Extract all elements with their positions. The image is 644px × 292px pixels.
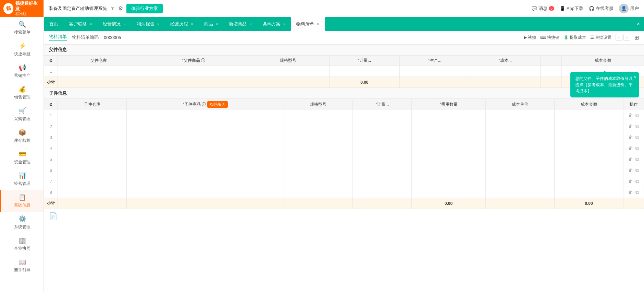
breadcrumb-bom[interactable]: 物料清单 (49, 34, 67, 41)
child-cell-unit-cost-7[interactable] (485, 176, 554, 187)
delete-btn-4[interactable]: 🗑 (628, 145, 634, 152)
child-cell-qty-3[interactable] (412, 132, 486, 143)
global-close-btn[interactable]: × (633, 21, 644, 27)
system-dropdown-arrow[interactable]: ▼ (110, 6, 115, 11)
child-cell-warehouse-7[interactable] (58, 176, 127, 187)
child-cell-warehouse-4[interactable] (58, 143, 127, 154)
cost-link[interactable]: 💲 提取成本 (564, 35, 586, 40)
scan-input-btn[interactable]: 扫码录入 (207, 101, 228, 108)
tab-barcode[interactable]: 条码方案 × (257, 17, 291, 31)
child-cell-unit-cost-4[interactable] (485, 143, 554, 154)
tab-history-close[interactable]: × (191, 22, 193, 26)
child-cell-unit-cost-3[interactable] (485, 132, 554, 143)
doc-settings-link[interactable]: ☰ 单据设置 (590, 35, 611, 40)
tab-profit[interactable]: 利润报告 × (131, 17, 165, 31)
child-cell-unit-5[interactable] (353, 154, 412, 165)
child-cell-unit-7[interactable] (353, 176, 412, 187)
child-cell-unit-3[interactable] (353, 132, 412, 143)
child-cell-spec-5[interactable] (284, 154, 352, 165)
child-cell-unit-cost-5[interactable] (485, 154, 554, 165)
user-avatar-btn[interactable]: 👤 用户 (619, 4, 639, 13)
child-cell-unit-cost-6[interactable] (485, 165, 554, 176)
child-cell-goods-4[interactable] (127, 143, 284, 154)
child-cell-warehouse-3[interactable] (58, 132, 127, 143)
child-cell-spec-6[interactable] (284, 165, 352, 176)
parent-cell-unit-1[interactable] (329, 66, 399, 77)
child-cell-spec-7[interactable] (284, 176, 352, 187)
child-cell-unit-cost-2[interactable] (485, 121, 554, 132)
sidebar-item-enterprise[interactable]: 🏢 企业协同 (0, 233, 44, 255)
parent-col-settings[interactable]: ⚙ (44, 56, 58, 66)
copy-btn-7[interactable]: ⧉ (635, 178, 640, 185)
child-cell-spec-8[interactable] (284, 187, 352, 198)
tab-ops-close[interactable]: × (123, 22, 125, 26)
try-industry-btn[interactable]: 体验行业方案 (126, 4, 163, 13)
parent-cell-prod-1[interactable] (400, 66, 470, 77)
child-cell-spec-2[interactable] (284, 121, 352, 132)
child-cell-goods-3[interactable] (127, 132, 284, 143)
child-cell-warehouse-6[interactable] (58, 165, 127, 176)
child-cell-warehouse-2[interactable] (58, 121, 127, 132)
sidebar-item-basic-info[interactable]: 📋 基础信息 (0, 190, 44, 212)
copy-btn-2[interactable]: ⧉ (635, 123, 640, 130)
delete-btn-8[interactable]: 🗑 (628, 189, 634, 196)
child-cell-unit-4[interactable] (353, 143, 412, 154)
parent-cell-goods-1[interactable] (140, 66, 247, 77)
sidebar-item-search[interactable]: 🔍 搜索菜单 (0, 17, 44, 39)
next-arrow[interactable]: › (623, 34, 630, 41)
tab-customer-close[interactable]: × (90, 22, 92, 26)
sidebar-item-guide[interactable]: 📖 新手引导 (0, 255, 44, 277)
sidebar-item-quick-nav[interactable]: ⚡ 快捷导航 (0, 39, 44, 60)
child-cell-goods-5[interactable] (127, 154, 284, 165)
parent-cell-cost-1[interactable] (470, 66, 540, 77)
grid-view-icon[interactable]: ⊞ (634, 34, 639, 41)
tab-barcode-close[interactable]: × (283, 22, 285, 26)
shortcut-link[interactable]: ⌨ 快捷键 (540, 35, 559, 40)
child-cell-warehouse-1[interactable] (58, 110, 127, 121)
delete-btn-2[interactable]: 🗑 (628, 123, 634, 130)
tab-history[interactable]: 经营历程 × (165, 17, 198, 31)
child-cell-goods-7[interactable] (127, 176, 284, 187)
child-cell-unit-8[interactable] (353, 187, 412, 198)
child-cell-goods-2[interactable] (127, 121, 284, 132)
copy-btn-5[interactable]: ⧉ (635, 156, 640, 163)
video-link[interactable]: ▶ 视频 (524, 35, 536, 40)
tab-bom-close[interactable]: × (317, 22, 319, 26)
app-download-btn[interactable]: 📱 App下载 (560, 5, 583, 12)
child-cell-spec-3[interactable] (284, 132, 352, 143)
sidebar-item-system[interactable]: ⚙️ 系统管理 (0, 212, 44, 233)
child-col-settings[interactable]: ⚙ (44, 99, 58, 110)
child-cell-spec-1[interactable] (284, 110, 352, 121)
child-cell-qty-5[interactable] (412, 154, 486, 165)
copy-btn-8[interactable]: ⧉ (635, 189, 640, 196)
child-cell-unit-6[interactable] (353, 165, 412, 176)
tab-operations[interactable]: 经营情况 × (97, 17, 131, 31)
parent-cell-warehouse-1[interactable] (58, 66, 140, 77)
delete-btn-6[interactable]: 🗑 (628, 167, 634, 174)
child-cell-unit-2[interactable] (353, 121, 412, 132)
tooltip-close-btn[interactable]: × (634, 74, 636, 80)
delete-btn-1[interactable]: 🗑 (628, 112, 634, 119)
prev-arrow[interactable]: ‹ (616, 34, 622, 41)
child-cell-warehouse-8[interactable] (58, 187, 127, 198)
child-cell-goods-6[interactable] (127, 165, 284, 176)
child-cell-warehouse-5[interactable] (58, 154, 127, 165)
tab-goods[interactable]: 商品 × (199, 17, 223, 31)
child-cell-goods-8[interactable] (127, 187, 284, 198)
sidebar-item-inventory[interactable]: 📦 库存核算 (0, 125, 44, 147)
sidebar-item-purchase[interactable]: 🛒 采购管理 (0, 104, 44, 125)
tab-goods-close[interactable]: × (216, 22, 218, 26)
child-cell-unit-cost-1[interactable] (485, 110, 554, 121)
child-cell-unit-cost-8[interactable] (485, 187, 554, 198)
message-btn[interactable]: 💬 消息 6 (532, 5, 554, 12)
delete-btn-3[interactable]: 🗑 (628, 134, 634, 141)
child-cell-qty-7[interactable] (412, 176, 486, 187)
settings-gear-icon[interactable]: ⚙ (118, 5, 123, 12)
child-cell-qty-2[interactable] (412, 121, 486, 132)
copy-btn-3[interactable]: ⧉ (635, 134, 640, 141)
sidebar-item-marketing[interactable]: 📢 营销推广 (0, 60, 44, 82)
tab-new-goods[interactable]: 新增商品 × (223, 17, 257, 31)
tab-bom[interactable]: 物料清单 × (291, 17, 324, 31)
sidebar-item-operations[interactable]: 📊 经营管理 (0, 168, 44, 190)
child-cell-qty-6[interactable] (412, 165, 486, 176)
